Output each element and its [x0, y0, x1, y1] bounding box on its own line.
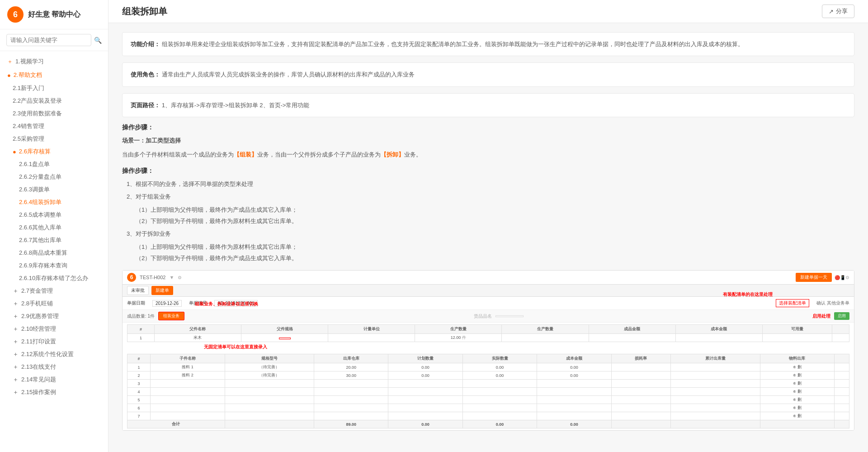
sidebar-item-cost-adjust[interactable]: 2.6.5成本调整单: [0, 209, 108, 221]
cell-amt2: [675, 334, 762, 342]
plus-icon-cases: ＋: [13, 388, 19, 396]
col-parent-name: 父件名称: [154, 325, 241, 334]
sidebar-item-print[interactable]: ＋ 2.11打印设置: [0, 335, 108, 348]
sidebar-item-system[interactable]: ＋ 2.12系统个性化设置: [0, 348, 108, 361]
path-label: 页面路径：: [131, 102, 160, 109]
plus-icon: ＋: [7, 58, 13, 66]
mock-lower-table: # 子件名称 规格型号 出库仓库 计划数量 实际数量 成本金额 损耗率 累计出库…: [127, 354, 849, 428]
sidebar-item-other-in[interactable]: 2.6.6其他入库单: [0, 221, 108, 234]
mock-enable-btn[interactable]: 启用: [834, 312, 849, 320]
sidebar-item-assembly[interactable]: 2.6.4组装拆卸单: [0, 196, 108, 209]
annotation1-btn[interactable]: 选择装配清单: [776, 299, 809, 307]
col-num: #: [127, 325, 155, 334]
sidebar-item-finance[interactable]: ＋ 2.7资金管理: [0, 285, 108, 297]
cell-avail: [762, 334, 832, 342]
sidebar-item-mobile[interactable]: ＋ 2.8手机旺铺: [0, 297, 108, 310]
mock-settings-icon: ⚙: [178, 275, 182, 280]
sub-table-row-1: 1 推料 1 （待完善） 20.00 0.00 0.00 0.00 ⊕ 删: [127, 363, 849, 371]
sidebar-item-data-prep[interactable]: 2.3使用前数据准备: [0, 107, 108, 120]
mock-tab-pending[interactable]: 未审批: [127, 286, 149, 295]
sub-col-cum: 累计出库量: [671, 354, 760, 363]
annotation3-text: 组装业务、拆卸业务在这里切换: [195, 301, 258, 307]
sidebar-item-cases[interactable]: ＋ 2.15操作案例: [0, 386, 108, 399]
intro-label: 功能介绍：: [131, 41, 160, 48]
sidebar-item-install[interactable]: 2.2产品安装及登录: [0, 95, 108, 107]
sidebar-item-inventory-error[interactable]: 2.6.10库存账本错了怎么办: [0, 272, 108, 285]
cell-ops: [832, 334, 849, 342]
plus-icon-coupon: ＋: [13, 312, 19, 320]
disassembly-keyword: 【拆卸】: [381, 151, 404, 158]
sidebar-item-pay[interactable]: ＋ 2.13在线支付: [0, 361, 108, 373]
cell-unit: [328, 334, 415, 342]
search-input[interactable]: [6, 34, 91, 46]
mock-topbar: 6 TEST-H002 ▼ ⚙ 新建单据一天 🔴📱⚙: [123, 271, 854, 285]
sub-table-row-3: 3 ⊕ 删: [127, 380, 849, 388]
mock-new-btn[interactable]: 新建单据一天: [796, 273, 832, 282]
step1: 1、根据不同的业务，选择不同单据的类型来处理: [122, 179, 854, 190]
role-label: 使用角色：: [131, 71, 160, 78]
sidebar-item-transfer[interactable]: 2.6.3调拨单: [0, 183, 108, 196]
mock-goods-input[interactable]: [495, 315, 524, 317]
cell-amt1: [589, 334, 675, 342]
step3: 3、对于拆卸业务: [122, 228, 854, 240]
role-card: 使用角色： 通常由生产人员或库管人员完成拆装业务的操作，库管人员确认原材料的出库…: [122, 62, 854, 86]
col-avail: 可用量: [762, 325, 832, 334]
search-box: 🔍: [0, 29, 108, 51]
sidebar-item-coupon[interactable]: ＋ 2.9优惠券管理: [0, 310, 108, 323]
sidebar-item-partial-stocktake[interactable]: 2.6.2分量盘点单: [0, 171, 108, 183]
sidebar-item-faq[interactable]: ＋ 2.14常见问题: [0, 373, 108, 386]
sidebar-item-newbie[interactable]: 2.1新手入门: [0, 82, 108, 95]
logo-area: 6 好生意 帮助中心: [0, 0, 108, 29]
sidebar-item-stocktake[interactable]: 2.6.1盘点单: [0, 158, 108, 171]
cell-spec: [241, 334, 328, 342]
search-button[interactable]: 🔍: [94, 37, 102, 44]
sidebar-item-inventory[interactable]: ● 2.6库存核算: [0, 145, 108, 158]
annotation5-input[interactable]: [279, 338, 291, 339]
mock-logo: 6: [127, 273, 136, 282]
annotation5-text: 无固定清单可以在这里直接录入: [123, 344, 854, 352]
intro-text: 组装拆卸单用来处理企业组装或拆卸等加工业务，支持有固定装配清单的产品加工业务，也…: [162, 41, 744, 48]
sub-table-row-6: 6 ⊕ 删: [127, 404, 849, 412]
sidebar-item-sales[interactable]: 2.4销售管理: [0, 120, 108, 133]
col-prod-amt: 成品金额: [589, 325, 675, 334]
sub-col-actual: 实际数量: [462, 354, 537, 363]
sub-col-num: #: [127, 354, 151, 363]
intro-card: 功能介绍： 组装拆卸单用来处理企业组装或拆卸等加工业务，支持有固定装配清单的产品…: [122, 32, 854, 56]
sub-col-cost: 成本金额: [537, 354, 611, 363]
topbar: 组装拆卸单 ↗ 分享: [108, 0, 868, 23]
sidebar-item-help-docs[interactable]: ● 2.帮助文档: [0, 68, 108, 82]
sub-col-spec: 规格型号: [225, 354, 314, 363]
sidebar-item-inventory-ledger[interactable]: 2.6.9库存账本查询: [0, 259, 108, 272]
sidebar: 6 好生意 帮助中心 🔍 ＋ 1.视频学习 ● 2.帮助文档 2.1新手入门 2…: [0, 0, 108, 452]
annotation1-text: 有装配清单的在这里处理: [723, 291, 773, 298]
steps-intro: 操作步骤：: [122, 167, 854, 175]
path-text: 1、库存核算->库存管理->组装拆卸单 2、首页->常用功能: [162, 102, 310, 109]
cell-qty1: 12.00 件: [415, 334, 502, 342]
step3-sub1: （1）上部明细为父件明细，最终作为原材料生成其它出库单；: [122, 242, 854, 253]
plus-icon-system: ＋: [13, 350, 19, 358]
step3-sub2: （2）下部明细为子件明细，最终作为产成品生成其它入库单。: [122, 253, 854, 264]
sidebar-item-video[interactable]: ＋ 1.视频学习: [0, 55, 108, 68]
mock-topbar-icons: 🔴📱⚙: [835, 275, 849, 280]
cell-parent-name: 米木: [154, 334, 241, 342]
logo-text: 好生意 帮助中心: [28, 10, 80, 19]
minus-icon-inventory: ●: [13, 148, 16, 155]
share-button[interactable]: ↗ 分享: [822, 5, 854, 18]
plus-icon-pay: ＋: [13, 363, 19, 371]
sidebar-item-other-out[interactable]: 2.6.7其他出库单: [0, 234, 108, 247]
cell-num: 1: [127, 334, 155, 342]
sub-table-row-7: 7 ⊕ 删: [127, 412, 849, 420]
minus-icon: ●: [7, 72, 11, 79]
scene1-desc: 当由多个子件材料组装成一个成品的业务为【组装】业务，当由一个父件拆分成多个子产品…: [122, 149, 854, 161]
mock-type-selector[interactable]: 组装业务: [158, 312, 184, 320]
col-unit: 计量单位: [328, 325, 415, 334]
path-card: 页面路径： 1、库存核算->库存管理->组装拆卸单 2、首页->常用功能: [122, 93, 854, 117]
sidebar-item-ops[interactable]: ＋ 2.10经营管理: [0, 323, 108, 335]
sidebar-item-purchase[interactable]: 2.5采购管理: [0, 133, 108, 145]
sub-table-row-5: 5 ⊕ 删: [127, 396, 849, 404]
scene1-title: 场景一：加工类型选择: [122, 135, 854, 147]
sidebar-item-cost-recalc[interactable]: 2.6.8商品成本重算: [0, 247, 108, 259]
col-cost-amt: 成本金额: [675, 325, 762, 334]
mock-tab-new[interactable]: 新建单: [151, 286, 173, 295]
col-action: [832, 325, 849, 334]
